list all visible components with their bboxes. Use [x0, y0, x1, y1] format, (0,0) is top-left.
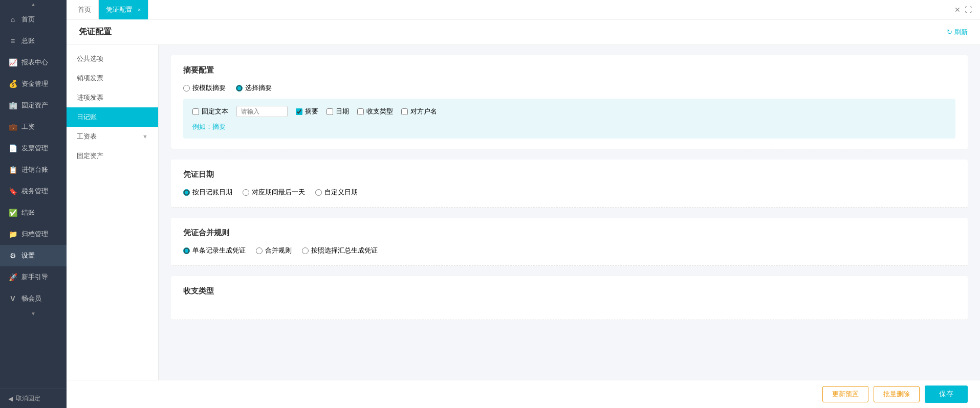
window-resize-icon[interactable]: ⛶	[965, 6, 972, 14]
voucher-date-section: 凭证日期 按日记账日期 对应期间最后一天 自定义日期	[171, 160, 968, 208]
sidebar-item-assets[interactable]: 🏢 固定资产	[0, 95, 67, 116]
sidebar-item-ledger[interactable]: ≡ 总账	[0, 30, 67, 52]
left-nav-journal[interactable]: 日记账	[67, 107, 158, 127]
tab-close-icon[interactable]: ×	[138, 7, 141, 13]
checkbox-counterpart[interactable]: 对方户名	[401, 107, 437, 116]
save-button[interactable]: 保存	[925, 386, 968, 403]
voucher-date-radio-period-last[interactable]: 对应期间最后一天	[243, 188, 305, 197]
assets-icon: 🏢	[8, 101, 17, 109]
summary-config-box: 固定文本 摘要 日期 收支类型	[183, 99, 955, 139]
sidebar-item-wages[interactable]: 💼 工资	[0, 116, 67, 138]
refresh-icon: ↻	[947, 28, 952, 36]
sidebar: ▲ ⌂ 首页 ≡ 总账 📈 报表中心 💰 资金管理 🏢 固定资产 💼 工资 📄 …	[0, 0, 67, 408]
voucher-date-title: 凭证日期	[183, 170, 955, 179]
member-icon: V	[8, 294, 17, 303]
expand-icon: ▼	[142, 133, 148, 140]
left-nav-public[interactable]: 公共选项	[67, 49, 158, 69]
sidebar-scroll-down[interactable]: ▼	[0, 309, 67, 318]
sidebar-item-journal[interactable]: 📋 进销台账	[0, 159, 67, 180]
update-preset-button[interactable]: 更新预置	[822, 386, 868, 402]
tab-home[interactable]: 首页	[71, 0, 99, 19]
tab-bar: 首页 凭证配置 × ✕ ⛶	[67, 0, 980, 19]
page-header: 凭证配置 ↻ 刷新	[67, 19, 980, 45]
voucher-date-radio-group: 按日记账日期 对应期间最后一天 自定义日期	[183, 188, 955, 197]
income-type-section: 收支类型	[171, 276, 968, 320]
merge-rule-radio-select-total[interactable]: 按照选择汇总生成凭证	[302, 246, 378, 255]
main-area: 首页 凭证配置 × ✕ ⛶ 凭证配置 ↻ 刷新 公共选项 销项发票 进	[67, 0, 980, 408]
checkbox-fixed-text-input[interactable]	[192, 108, 199, 115]
voucher-date-radio-custom[interactable]: 自定义日期	[315, 188, 358, 197]
tax-icon: 🔖	[8, 187, 17, 195]
summary-checkboxes: 固定文本 摘要 日期 收支类型	[192, 106, 946, 117]
merge-rule-radio-single[interactable]: 单条记录生成凭证	[183, 246, 246, 255]
sidebar-item-reports[interactable]: 📈 报表中心	[0, 52, 67, 73]
income-type-title: 收支类型	[183, 286, 955, 296]
merge-rule-title: 凭证合并规则	[183, 228, 955, 238]
sidebar-item-home[interactable]: ⌂ 首页	[0, 9, 67, 30]
summary-config-section: 摘要配置 按模版摘要 选择摘要 固定文本	[171, 55, 968, 149]
left-nav-sales[interactable]: 销项发票	[67, 69, 158, 88]
voucher-date-radio-journal[interactable]: 按日记账日期	[183, 188, 232, 197]
merge-rule-single-input[interactable]	[183, 247, 190, 254]
summary-radio-group: 按模版摘要 选择摘要	[183, 83, 955, 93]
archive-icon: 📁	[8, 230, 17, 238]
sidebar-item-settings[interactable]: ⚙ 设置	[0, 245, 67, 266]
unpin-icon: ◀	[8, 395, 13, 402]
sidebar-scroll-up[interactable]: ▲	[0, 0, 67, 9]
merge-rule-section: 凭证合并规则 单条记录生成凭证 合并规则 按照选择汇总生成凭证	[171, 218, 968, 266]
merge-rule-radio-group: 单条记录生成凭证 合并规则 按照选择汇总生成凭证	[183, 246, 955, 255]
window-close-icon[interactable]: ✕	[954, 6, 961, 14]
checkbox-summary[interactable]: 摘要	[296, 107, 318, 116]
content-layout: 公共选项 销项发票 进项发票 日记账 工资表 ▼ 固定资产 摘要配置	[67, 45, 980, 380]
right-content: 摘要配置 按模版摘要 选择摘要 固定文本	[159, 45, 980, 380]
summary-radio-select-input[interactable]	[236, 85, 243, 92]
checkbox-income-type[interactable]: 收支类型	[357, 107, 393, 116]
settings-icon: ⚙	[8, 252, 17, 260]
checkbox-counterpart-input[interactable]	[401, 108, 408, 115]
journal-icon: 📋	[8, 166, 17, 174]
merge-rule-merge-input[interactable]	[256, 247, 263, 254]
refresh-button[interactable]: ↻ 刷新	[947, 28, 968, 37]
voucher-date-journal-input[interactable]	[183, 189, 190, 196]
sidebar-item-invoice[interactable]: 📄 发票管理	[0, 138, 67, 159]
left-nav-fixed-assets[interactable]: 固定资产	[67, 146, 158, 166]
checkbox-date-input[interactable]	[326, 108, 333, 115]
left-nav-purchase[interactable]: 进项发票	[67, 88, 158, 107]
page-title: 凭证配置	[79, 27, 112, 37]
summary-radio-template-input[interactable]	[183, 85, 190, 92]
merge-rule-radio-merge[interactable]: 合并规则	[256, 246, 292, 255]
checkbox-income-type-input[interactable]	[357, 108, 364, 115]
ledger-icon: ≡	[8, 37, 17, 45]
sidebar-item-archive[interactable]: 📁 归档管理	[0, 223, 67, 245]
sidebar-item-settle[interactable]: ✅ 结账	[0, 202, 67, 223]
wages-icon: 💼	[8, 123, 17, 131]
summary-radio-select[interactable]: 选择摘要	[236, 83, 272, 93]
voucher-date-custom-input[interactable]	[315, 189, 322, 196]
settle-icon: ✅	[8, 209, 17, 217]
voucher-date-period-last-input[interactable]	[243, 189, 249, 196]
guide-icon: 🚀	[8, 273, 17, 281]
left-nav-payroll[interactable]: 工资表 ▼	[67, 127, 158, 146]
summary-config-title: 摘要配置	[183, 65, 955, 75]
sidebar-unpin-button[interactable]: ◀ 取消固定	[0, 389, 67, 408]
reports-icon: 📈	[8, 58, 17, 66]
sidebar-item-guide[interactable]: 🚀 新手引导	[0, 266, 67, 288]
sidebar-item-tax[interactable]: 🔖 税务管理	[0, 180, 67, 202]
example-text: 例如：摘要	[192, 122, 946, 131]
checkbox-summary-input[interactable]	[296, 108, 302, 115]
funds-icon: 💰	[8, 80, 17, 88]
summary-radio-template[interactable]: 按模版摘要	[183, 83, 226, 93]
checkbox-date[interactable]: 日期	[326, 107, 349, 116]
tab-bar-actions: ✕ ⛶	[954, 6, 976, 14]
fixed-text-input[interactable]	[236, 106, 288, 117]
sidebar-item-member[interactable]: V 畅会员	[0, 288, 67, 309]
merge-rule-select-total-input[interactable]	[302, 247, 309, 254]
invoice-icon: 📄	[8, 144, 17, 152]
checkbox-fixed-text[interactable]: 固定文本	[192, 107, 228, 116]
batch-delete-button[interactable]: 批量删除	[874, 386, 920, 402]
bottom-bar: 更新预置 批量删除 保存	[67, 380, 980, 408]
home-icon: ⌂	[8, 15, 17, 24]
left-nav: 公共选项 销项发票 进项发票 日记账 工资表 ▼ 固定资产	[67, 45, 159, 380]
sidebar-item-funds[interactable]: 💰 资金管理	[0, 73, 67, 95]
tab-voucher-config[interactable]: 凭证配置 ×	[99, 0, 148, 19]
